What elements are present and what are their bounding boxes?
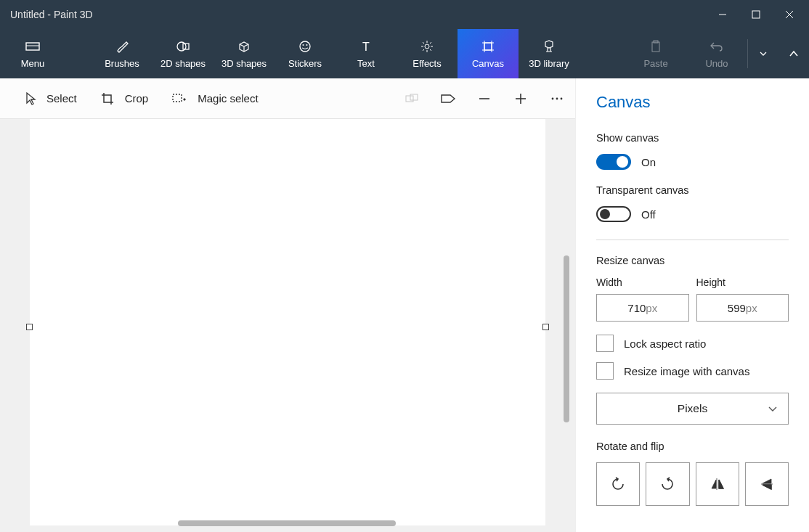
zoom-in-button[interactable] <box>503 78 539 118</box>
width-label: Width <box>596 277 689 288</box>
maximize-button[interactable] <box>739 0 773 29</box>
menu-icon <box>25 39 41 54</box>
effects-icon <box>420 39 434 54</box>
library-icon <box>542 39 556 54</box>
main-toolbar: Menu Brushes 2D shapes 3D shapes Sticker… <box>0 29 809 78</box>
tab-2d-shapes[interactable]: 2D shapes <box>153 29 214 78</box>
cursor-icon <box>25 91 36 106</box>
2d-shapes-icon <box>176 39 190 54</box>
units-selected: Pixels <box>678 402 707 415</box>
svg-rect-1 <box>752 11 760 18</box>
history-dropdown[interactable] <box>748 29 778 78</box>
panel-title: Canvas <box>596 93 789 112</box>
lock-aspect-label: Lock aspect ratio <box>624 337 706 350</box>
transparent-canvas-toggle[interactable] <box>596 206 631 222</box>
svg-rect-29 <box>406 96 413 102</box>
svg-point-9 <box>303 44 304 46</box>
tab-effects[interactable]: Effects <box>397 29 458 78</box>
resize-handle-right[interactable] <box>542 324 549 330</box>
canvas-area[interactable] <box>30 119 545 525</box>
resize-handle-left[interactable] <box>26 324 33 330</box>
rotate-right-button[interactable] <box>646 462 689 506</box>
close-button[interactable] <box>773 0 806 29</box>
select-tool[interactable]: Select <box>13 78 89 118</box>
stickers-icon <box>298 39 312 54</box>
vertical-scrollbar[interactable] <box>564 255 569 422</box>
show-canvas-label: Show canvas <box>596 132 789 144</box>
canvas-icon <box>481 39 495 54</box>
svg-rect-30 <box>410 94 418 100</box>
menu-label: Menu <box>21 58 45 69</box>
svg-point-36 <box>561 97 563 99</box>
svg-text:T: T <box>362 41 370 53</box>
brush-icon <box>115 39 129 54</box>
undo-icon <box>710 39 724 54</box>
text-icon: T <box>359 39 373 54</box>
tab-text[interactable]: T Text <box>336 29 397 78</box>
minimize-button[interactable] <box>706 0 739 29</box>
svg-rect-21 <box>484 43 492 50</box>
paste-icon <box>649 39 662 54</box>
window-title: Untitled - Paint 3D <box>10 9 706 20</box>
svg-line-17 <box>423 42 424 44</box>
resize-with-canvas-checkbox[interactable] <box>596 362 614 380</box>
svg-rect-26 <box>652 42 659 52</box>
3d-view-button[interactable] <box>430 78 466 118</box>
transparent-canvas-label: Transparent canvas <box>596 184 789 196</box>
units-dropdown[interactable]: Pixels <box>596 393 789 425</box>
transparent-canvas-state: Off <box>641 208 656 221</box>
tab-3d-library[interactable]: 3D library <box>519 29 580 78</box>
magic-select-tool[interactable]: Magic select <box>160 78 269 118</box>
workspace[interactable] <box>0 119 575 532</box>
crop-icon <box>100 91 115 106</box>
resize-with-canvas-label: Resize image with canvas <box>624 365 749 377</box>
height-input[interactable]: 599px <box>696 294 789 322</box>
lock-aspect-checkbox[interactable] <box>596 335 614 352</box>
svg-line-19 <box>430 42 431 44</box>
tab-stickers[interactable]: Stickers <box>275 29 336 78</box>
svg-point-34 <box>552 97 554 99</box>
svg-rect-4 <box>26 43 39 50</box>
titlebar: Untitled - Paint 3D <box>0 0 809 29</box>
svg-line-18 <box>430 49 431 51</box>
zoom-out-button[interactable] <box>466 78 503 118</box>
tab-brushes[interactable]: Brushes <box>92 29 153 78</box>
panel-divider <box>596 240 789 240</box>
tab-3d-shapes[interactable]: 3D shapes <box>214 29 275 78</box>
svg-point-12 <box>425 44 429 49</box>
crop-tool[interactable]: Crop <box>89 78 160 118</box>
resize-canvas-title: Resize canvas <box>596 255 789 266</box>
canvas-panel: Canvas Show canvas On Transparent canvas… <box>575 78 809 532</box>
menu-button[interactable]: Menu <box>0 29 65 78</box>
width-input[interactable]: 710px <box>596 294 689 322</box>
more-button[interactable] <box>539 78 575 118</box>
collapse-panel-button[interactable] <box>778 29 809 78</box>
horizontal-scrollbar[interactable] <box>178 520 396 526</box>
3d-shapes-icon <box>237 39 251 54</box>
flip-horizontal-button[interactable] <box>696 462 739 506</box>
svg-point-10 <box>306 44 308 46</box>
rotate-flip-title: Rotate and flip <box>596 441 789 452</box>
group-icon-button[interactable] <box>394 78 430 118</box>
flip-vertical-button[interactable] <box>745 462 789 506</box>
magic-select-icon <box>171 92 187 105</box>
show-canvas-state: On <box>641 156 656 168</box>
tab-canvas[interactable]: Canvas <box>458 29 519 78</box>
height-label: Height <box>696 277 789 288</box>
undo-button: Undo <box>686 29 747 78</box>
svg-rect-28 <box>173 94 182 102</box>
show-canvas-toggle[interactable] <box>596 154 631 170</box>
svg-point-35 <box>556 97 558 99</box>
paste-button: Paste <box>625 29 686 78</box>
svg-point-8 <box>300 41 310 52</box>
rotate-left-button[interactable] <box>596 462 640 506</box>
chevron-down-icon <box>768 406 778 412</box>
svg-line-20 <box>423 49 424 51</box>
